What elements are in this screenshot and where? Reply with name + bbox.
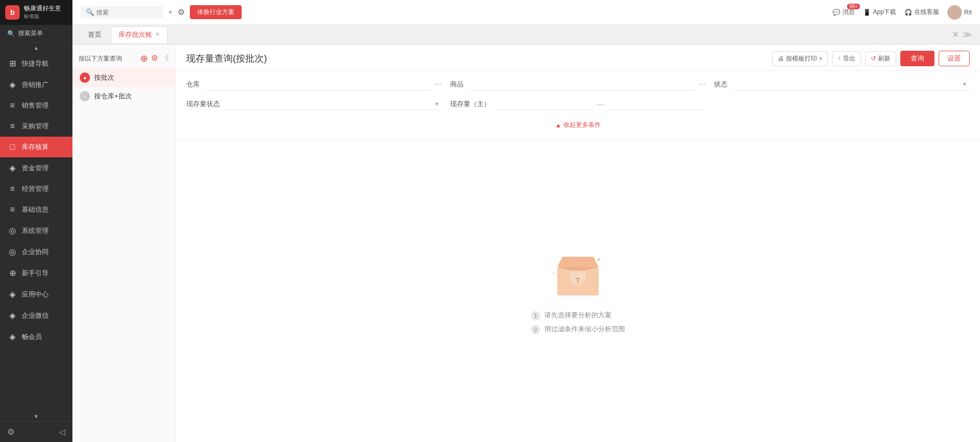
- range-sep: —: [597, 100, 604, 108]
- avatar-img: [947, 5, 962, 20]
- online-service-action[interactable]: 🎧 在线客服: [904, 8, 939, 17]
- tab-close-icon[interactable]: ✕: [155, 31, 160, 38]
- online-service-label: 在线客服: [914, 8, 939, 17]
- sidebar-item-sales[interactable]: ≡ 销售管理: [0, 95, 72, 116]
- nav-label: 资金管理: [22, 164, 49, 173]
- page-title: 现存量查询(按批次): [186, 52, 267, 65]
- step-2-num: 2: [531, 325, 540, 334]
- warehouse-input[interactable]: [204, 78, 431, 91]
- nav-label: 营销推广: [22, 80, 49, 90]
- sidebar-nav: ⊞ 快捷导航 ◈ 营销推广 ≡ 销售管理 ≡ 采购管理 □ 库存核算 ◈ 资金管…: [0, 53, 72, 411]
- step-2-text: 用过滤条件来缩小分析范围: [544, 325, 625, 334]
- filter-section: 仓库 ··· 商品 ··· 状态 ▾: [176, 71, 980, 140]
- messages-badge: 99+: [847, 4, 860, 9]
- refresh-btn[interactable]: ↺ 刷新: [865, 51, 896, 66]
- svg-text:✦: ✦: [596, 256, 601, 263]
- app-download-label: App下载: [873, 8, 896, 17]
- nav-label: 库存核算: [22, 142, 49, 152]
- product-label: 商品: [450, 80, 464, 89]
- collapse-label: 收起更多条件: [563, 121, 601, 129]
- sidebar-item-finance[interactable]: ◈ 资金管理: [0, 157, 72, 179]
- sidebar: b 畅康通好生意 标准版 🔍 搜索菜单 ▲ ⊞ 快捷导航 ◈ 营销推广 ≡ 销售…: [0, 0, 72, 442]
- sidebar-item-purchase[interactable]: ≡ 采购管理: [0, 116, 72, 137]
- sidebar-item-marketing[interactable]: ◈ 营销推广: [0, 74, 72, 95]
- scroll-down-btn[interactable]: ▼: [0, 411, 72, 421]
- status-label: 状态: [714, 80, 727, 89]
- search-menu[interactable]: 🔍 搜索菜单: [0, 25, 72, 42]
- empty-step-1: 1 请先选择要分析的方案: [531, 311, 625, 320]
- scroll-up-btn[interactable]: ▲: [0, 42, 72, 53]
- messages-action[interactable]: 💬 消息 99+: [833, 8, 855, 17]
- sidebar-item-wechat[interactable]: ◈ 企业微信: [0, 305, 72, 326]
- topbar-chevron-icon[interactable]: ▾: [169, 8, 172, 16]
- stock-qty-max[interactable]: [607, 98, 706, 110]
- chevron-up-icon: ▲: [555, 122, 561, 129]
- warehouse-label: 仓库: [186, 80, 200, 89]
- warehouse-dots-icon[interactable]: ···: [435, 80, 442, 89]
- print-btn[interactable]: 🖨 按模板打印 ▾: [772, 51, 828, 66]
- svg-text:?: ?: [575, 276, 580, 285]
- right-panel: 现存量查询(按批次) 🖨 按模板打印 ▾ ↑ 导出 ↺ 刷新: [176, 45, 980, 442]
- tab-home[interactable]: 首页: [81, 27, 109, 42]
- footer-settings-icon[interactable]: ⚙: [7, 427, 14, 437]
- sidebar-item-newbie[interactable]: ⊕ 新手引导: [0, 262, 72, 284]
- message-icon: 💬: [833, 9, 840, 16]
- sidebar-item-app_center[interactable]: ◈ 应用中心: [0, 284, 72, 305]
- operations-icon: ≡: [7, 184, 18, 194]
- export-btn[interactable]: ↑ 导出: [832, 51, 861, 66]
- tabbar: 首页 库存批次账 ✕ ✕ ≫: [72, 25, 980, 45]
- collapse-more-btn[interactable]: ▲ 收起更多条件: [552, 117, 604, 132]
- warehouse-filter: 仓库 ···: [186, 78, 442, 91]
- stock-status-dropdown[interactable]: ▾: [224, 98, 442, 110]
- collapse-panel-icon[interactable]: 《: [161, 53, 169, 64]
- status-dropdown[interactable]: ▾: [732, 78, 970, 91]
- experience-btn[interactable]: 体验行业方案: [190, 5, 242, 19]
- empty-state: ✦ ✦ ? 1 请先选择要分析的方案 2 用过滤条件来缩小分析范围: [176, 140, 980, 442]
- add-schema-icon[interactable]: ⊕: [140, 53, 148, 64]
- sidebar-item-operations[interactable]: ≡ 经营管理: [0, 179, 72, 199]
- schema-settings-icon[interactable]: ⊛: [151, 53, 158, 64]
- print-chevron-icon: ▾: [819, 55, 822, 62]
- status-filter: 状态 ▾: [714, 78, 970, 91]
- app-logo: b: [5, 5, 20, 20]
- nav-label: 企业微信: [22, 311, 49, 320]
- warehouse-batch-schema-icon: ○: [80, 91, 90, 101]
- app-download-action[interactable]: 📱 App下载: [863, 8, 896, 17]
- finance-icon: ◈: [7, 163, 18, 173]
- footer-collapse-icon[interactable]: ◁: [59, 427, 65, 437]
- settings-button[interactable]: 设置: [939, 51, 970, 66]
- stock-qty-min[interactable]: [495, 98, 594, 110]
- tab-batch-stock-label: 库存批次账: [118, 30, 152, 39]
- app-edition: 标准版: [24, 13, 61, 20]
- empty-steps: 1 请先选择要分析的方案 2 用过滤条件来缩小分析范围: [531, 311, 625, 338]
- nav-label: 经营管理: [22, 184, 49, 194]
- sidebar-item-inventory[interactable]: □ 库存核算: [0, 137, 72, 157]
- search-input[interactable]: [96, 9, 148, 16]
- sidebar-item-enterprise[interactable]: ◎ 企业协同: [0, 241, 72, 262]
- schema-item-by-warehouse-batch[interactable]: ○ 按仓库+批次: [72, 87, 175, 106]
- search-icon: 🔍: [86, 8, 94, 16]
- nav-label: 快捷导航: [22, 59, 49, 68]
- left-panel-title: 按以下方案查询: [79, 54, 122, 63]
- schema-item-by-batch[interactable]: ● 按批次: [72, 68, 175, 87]
- product-dots-icon[interactable]: ···: [699, 80, 706, 89]
- stock-qty-label: 现存量（主）: [450, 99, 491, 109]
- sidebar-item-member[interactable]: ◈ 畅会员: [0, 326, 72, 347]
- enterprise-icon: ◎: [7, 247, 18, 257]
- sidebar-item-basic_info[interactable]: ≡ 基础信息: [0, 199, 72, 220]
- left-panel-actions: ⊕ ⊛ 《: [140, 53, 169, 64]
- topbar-search[interactable]: 🔍: [81, 6, 164, 18]
- sidebar-item-system[interactable]: ◎ 系统管理: [0, 220, 72, 241]
- tab-panel-close-icon[interactable]: ✕: [952, 30, 959, 39]
- step-1-num: 1: [531, 311, 540, 320]
- product-filter: 商品 ···: [450, 78, 706, 91]
- query-button[interactable]: 查询: [900, 51, 934, 66]
- nav-label: 采购管理: [22, 122, 49, 131]
- user-avatar[interactable]: Rit: [947, 5, 972, 20]
- tab-panel-expand-icon[interactable]: ≫: [963, 30, 972, 39]
- sidebar-item-quick_nav[interactable]: ⊞ 快捷导航: [0, 53, 72, 74]
- tab-batch_stock[interactable]: 库存批次账 ✕: [111, 26, 168, 43]
- content-area: 按以下方案查询 ⊕ ⊛ 《 ● 按批次 ○ 按仓库+批次 现存量查询(按批次): [72, 45, 980, 442]
- product-input[interactable]: [468, 78, 695, 91]
- settings-icon[interactable]: ⚙: [177, 7, 185, 17]
